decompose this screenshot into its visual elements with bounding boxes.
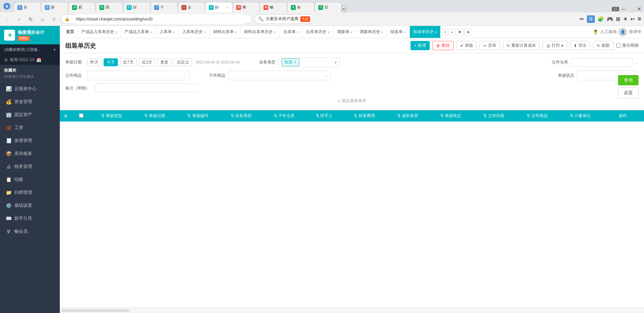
refresh-button[interactable]: ↻ 刷新 [593, 41, 614, 50]
parent-warehouse-more[interactable]: ... [635, 60, 639, 65]
reload-button[interactable]: ↻ [26, 14, 36, 24]
child-goods-more[interactable]: ... [324, 73, 327, 78]
sidebar-item-guide[interactable]: 📖 新手引导 [0, 212, 60, 225]
nav-material-out-history-close[interactable]: × [274, 30, 276, 34]
calendar-icon[interactable]: 📅 [36, 58, 41, 62]
export-button[interactable]: ⬆ 导出 [570, 41, 590, 50]
nav-production-in-history[interactable]: 产成品入库单历史 × [78, 26, 121, 38]
th-type[interactable]: ⇅ 单据类型 [90, 110, 133, 122]
window-close-btn[interactable]: ✕ [637, 6, 641, 12]
sidebar-item-invoice[interactable]: 🧾 发票管理 [0, 134, 60, 147]
th-number[interactable]: ⇅ 单据编号 [176, 110, 219, 122]
date-btn-7days[interactable]: 近7天 [120, 58, 137, 66]
browser-tab-4[interactable]: 易 易 [96, 2, 123, 12]
parent-goods-more[interactable]: ... [183, 73, 187, 78]
delete-button[interactable]: 🗑 删除 [432, 41, 454, 50]
scissors-icon[interactable]: ✂ [580, 16, 584, 22]
nav-out-order-history-close[interactable]: × [327, 30, 330, 34]
nav-production-in-close[interactable]: × [150, 30, 152, 34]
nav-transfer[interactable]: 调拨单 × [334, 26, 356, 38]
browser-tab-3[interactable]: 易 易 [68, 2, 96, 12]
sidebar-item-tax[interactable]: 🖨 税务管理 [0, 160, 60, 173]
support-icon[interactable]: 👨‍💼 [593, 30, 598, 34]
nav-transfer-history-close[interactable]: × [381, 30, 383, 34]
nav-material-out-close[interactable]: × [235, 30, 237, 34]
bookmark-button[interactable]: ☆ [49, 14, 59, 24]
browser-tab-1[interactable]: 在 在 [14, 2, 41, 12]
table-settings-icon[interactable]: ⚙ [64, 114, 68, 118]
settings-query-button[interactable]: 设置 [618, 87, 639, 98]
browser-tab-10[interactable]: 畅 畅 [260, 2, 287, 12]
select-all-checkbox[interactable] [79, 113, 83, 118]
business-type-dropdown[interactable]: ▾ [335, 60, 337, 65]
date-btn-more[interactable]: 更多 [157, 58, 172, 66]
sidebar-item-settings[interactable]: ⚙️ 基础设置 [0, 199, 60, 212]
sidebar-item-archive[interactable]: 📁 归档管理 [0, 186, 60, 199]
nav-in-order[interactable]: 入库单 × [156, 26, 179, 38]
nav-in-order-history-close[interactable]: × [204, 30, 206, 34]
undo-icon[interactable]: ↩ [630, 16, 635, 22]
sidebar-item-salary[interactable]: 💼 工资 [0, 121, 60, 134]
sidebar-item-settlement[interactable]: 📋 结账 [0, 173, 60, 186]
nav-in-order-close[interactable]: × [173, 30, 175, 34]
browser-tab-6[interactable]: 个 个 [150, 2, 178, 12]
th-business[interactable]: ⇅ 业务类型 [219, 110, 263, 122]
nav-assembly[interactable]: 组装单 × [387, 26, 410, 38]
th-date[interactable]: ⇅ 单据日期 [133, 110, 176, 122]
nav-assembly-history-close[interactable]: × [435, 30, 437, 34]
sidebar-account[interactable]: (勿删勿禁用) 江西服宝测试专用 ▾ [0, 44, 60, 55]
th-parent-goods[interactable]: ⇅ 父件商品 [515, 110, 559, 122]
th-settings[interactable]: ⚙ [60, 110, 72, 122]
game-icon[interactable]: 🎮 [607, 16, 613, 22]
th-cost-diff[interactable]: ⇅ 成本差异 [386, 110, 429, 122]
date-btn-today[interactable]: 今天 [104, 58, 118, 66]
sidebar-item-assets[interactable]: 🏢 固定资产 [0, 108, 60, 121]
notes-input[interactable] [95, 84, 198, 93]
business-type-remove[interactable]: × [294, 60, 296, 65]
nav-out-order-history[interactable]: 出库单历史 × [303, 26, 333, 38]
browser-tab-9[interactable]: 腾 腾 [232, 2, 260, 12]
nav-assembly-close[interactable]: × [404, 30, 406, 34]
nav-material-out[interactable]: 材料出库单 × [210, 26, 241, 38]
tab-close-8[interactable]: × [227, 5, 229, 10]
th-disassemble[interactable]: ⇅ 拆装费用 [343, 110, 386, 122]
address-input[interactable] [72, 14, 249, 24]
nav-more[interactable]: ≡ [465, 29, 472, 35]
new-button[interactable]: + 新增 [411, 41, 430, 50]
browser-tab-7[interactable]: 企 企 [178, 2, 205, 12]
th-checkbox[interactable] [72, 110, 90, 122]
support-text[interactable]: 人工咨询 [600, 29, 617, 35]
nav-out-order-close[interactable]: × [297, 30, 299, 34]
nav-close-all[interactable]: ✕ [456, 29, 464, 35]
th-parent-list[interactable]: ⇅ 父件列表 [472, 110, 515, 122]
nav-out-order[interactable]: 出库单 × [280, 26, 303, 38]
browser-tab-8[interactable]: 好 好 × [205, 2, 232, 12]
extension-icon[interactable]: 🧩 [598, 16, 604, 22]
recalculate-button[interactable]: ↻ 重新计算成本 [503, 41, 540, 50]
sidebar-item-inventory[interactable]: 📦 库存核算 [0, 147, 60, 160]
browser-tab-5[interactable]: 好 好 [123, 2, 150, 12]
abandon-button[interactable]: ↩ 弃审 [480, 41, 500, 50]
nav-scroll-right[interactable]: › [449, 29, 455, 35]
new-tab-button[interactable]: + [342, 6, 346, 12]
sidebar-item-member[interactable]: V 畅会员 [0, 225, 60, 238]
sidebar-item-finance[interactable]: 💰 资金管理 [0, 95, 60, 108]
sidebar-item-reports[interactable]: 📊 云报表中心 [0, 82, 60, 95]
browser-tab-11[interactable]: 各 各 [287, 2, 314, 12]
gear-icon[interactable]: ⚙ [4, 58, 8, 62]
th-unit[interactable]: ⇅ 计量单位 [559, 110, 602, 122]
sun-icon[interactable]: ☀ [623, 16, 628, 22]
grid-icon[interactable]: ⊞ [616, 16, 620, 22]
browser-tab-12[interactable]: 目 目 [314, 2, 342, 12]
nav-scroll-left[interactable]: ‹ [442, 29, 448, 35]
print-button[interactable]: 🖨 打印 ▾ [542, 41, 567, 50]
favorites-subtitle[interactable]: 快捷键打开收藏夹 [4, 74, 56, 79]
nav-assembly-history[interactable]: 组装单历史 × [410, 26, 441, 38]
nav-home[interactable]: 首页 [63, 26, 78, 38]
home-button[interactable]: ⌂ [38, 14, 47, 24]
horizontal-scrollbar[interactable] [61, 309, 130, 312]
th-child-warehouse[interactable]: ⇅ 子件仓库 [263, 110, 306, 122]
nav-production-in-history-close[interactable]: × [115, 30, 117, 34]
query-button[interactable]: 查询 [618, 75, 639, 85]
forward-button[interactable]: › [14, 14, 24, 24]
